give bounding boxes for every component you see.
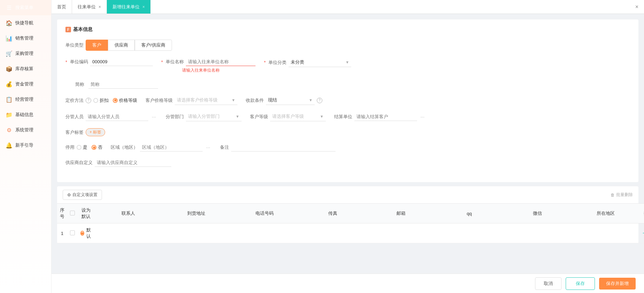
category-select[interactable]: 未分类 ▼	[289, 58, 351, 67]
supplier-custom-label: 供应商自定义	[65, 160, 93, 166]
custom-settings-button[interactable]: ⚙ 自定义项设置	[63, 190, 102, 200]
disable-no-radio[interactable]: 否	[92, 144, 102, 150]
qq-input[interactable]	[438, 229, 501, 237]
disable-field: 停用 是 否	[65, 144, 102, 150]
email-input[interactable]	[370, 229, 432, 237]
code-input[interactable]	[90, 58, 153, 66]
save-button[interactable]: 保存	[566, 277, 595, 290]
section-title: F 基本信息	[65, 26, 630, 33]
region-field: 区域（地区） ···	[111, 143, 212, 152]
tab-new-partner[interactable]: 新增往来单位 ×	[107, 0, 151, 14]
settlement-more-btn[interactable]: ···	[419, 114, 426, 120]
sidebar-search[interactable]: ☰ 搜索菜单	[0, 0, 51, 15]
contact-input[interactable]	[97, 229, 159, 237]
quick-nav-icon: 🏠	[6, 19, 13, 26]
row-contact[interactable]	[94, 223, 162, 243]
row-qq[interactable]	[435, 223, 503, 243]
col-checkbox[interactable]	[67, 204, 78, 223]
batch-delete-button[interactable]: 🗑 批量删除	[611, 192, 633, 198]
customer-price-select[interactable]: 请选择客户价格等级 ▼	[175, 96, 237, 105]
fax-input[interactable]	[301, 229, 364, 237]
row-email[interactable]	[367, 223, 435, 243]
sidebar-item-system[interactable]: ⚙ 系统管理	[0, 122, 51, 138]
tab-home-label: 首页	[57, 4, 66, 10]
tab-partners[interactable]: 往来单位 ×	[72, 0, 107, 14]
row-default-radio[interactable]: 默认	[80, 227, 91, 239]
manager-more-btn[interactable]: ···	[150, 114, 157, 120]
code-required: *	[65, 59, 67, 65]
sales-icon: 📊	[6, 35, 13, 42]
table-row: 1 默认	[57, 223, 644, 243]
price-level-radio-circle	[113, 98, 118, 103]
address-input[interactable]	[165, 229, 228, 237]
sidebar-item-guide[interactable]: 🔔 新手引导	[0, 138, 51, 153]
select-all-checkbox[interactable]	[70, 211, 75, 215]
contact-table: 序号 设为默认 联系人 到货地址 电话号码 传真 邮箱 qq 微信 所在地区 操…	[57, 203, 644, 243]
cancel-button[interactable]: 取消	[535, 277, 561, 290]
tab-partners-close[interactable]: ×	[99, 5, 101, 9]
payment-help-icon[interactable]: ?	[317, 98, 322, 103]
name-field: * 单位名称	[161, 58, 256, 66]
manager-label: 分管人员	[65, 114, 84, 120]
row-default-cell: 默认	[78, 223, 94, 243]
pricing-row: 定价方法 ? 折扣 价格等级 客户价格等级	[65, 96, 630, 105]
phone-input[interactable]	[233, 229, 296, 237]
sidebar-item-sales[interactable]: 📊 销售管理	[0, 31, 51, 46]
sidebar-search-label: 搜索菜单	[15, 5, 33, 11]
sidebar-item-label: 基础信息	[15, 112, 33, 118]
section-icon: F	[65, 27, 71, 32]
sidebar-item-basic[interactable]: 📁 基础信息	[0, 107, 51, 122]
unit-type-customer-btn[interactable]: 客户	[86, 40, 108, 51]
sidebar-item-inventory[interactable]: 📦 库存核算	[0, 61, 51, 76]
dept-select[interactable]: 请输入分管部门 ▼	[186, 112, 242, 121]
tab-new-partner-close[interactable]: ×	[142, 5, 145, 9]
region-input[interactable]	[140, 143, 203, 152]
guide-icon: 🔔	[6, 142, 13, 149]
pricing-help-icon[interactable]: ?	[86, 98, 91, 103]
payment-label: 收款条件	[246, 97, 264, 104]
save-new-button[interactable]: 保存并新增	[599, 278, 636, 290]
customer-price-placeholder: 请选择客户价格等级	[177, 97, 230, 103]
settlement-input[interactable]	[354, 113, 417, 121]
contact-table-section: ⚙ 自定义项设置 🗑 批量删除 序号 设为默认 联系人 到货地址 电话	[57, 186, 638, 243]
abbr-input[interactable]	[88, 80, 158, 89]
sidebar-item-label: 经营管理	[15, 96, 33, 103]
discount-label: 折扣	[100, 97, 109, 104]
default-radio-circle	[80, 231, 84, 236]
sidebar-item-quick-nav[interactable]: 🏠 快捷导航	[0, 15, 51, 31]
add-tag-button[interactable]: + 标签	[86, 128, 105, 136]
pricing-discount-radio[interactable]: 折扣	[93, 97, 109, 104]
row-checkbox-cell[interactable]	[67, 223, 78, 243]
supplier-custom-input[interactable]	[95, 158, 171, 167]
row-add-button[interactable]: +	[643, 230, 644, 236]
row-wechat[interactable]	[503, 223, 572, 243]
row-fax[interactable]	[299, 223, 367, 243]
name-input[interactable]	[186, 58, 256, 66]
row-checkbox[interactable]	[70, 230, 75, 235]
tab-home[interactable]: 首页	[52, 0, 72, 14]
remark-input[interactable]	[231, 143, 336, 152]
payment-select[interactable]: 现结 ▼	[266, 96, 315, 105]
wechat-input[interactable]	[506, 229, 569, 237]
row-region-input[interactable]	[574, 229, 637, 237]
region-more-btn[interactable]: ···	[205, 145, 212, 150]
row-region[interactable]	[572, 223, 640, 243]
category-chevron-icon: ▼	[345, 60, 349, 64]
tags-field: 客户标签 + 标签	[65, 128, 105, 136]
unit-type-both-btn[interactable]: 客户/供应商	[135, 40, 172, 51]
pricing-level-radio[interactable]: 价格等级	[113, 97, 137, 104]
abbr-field: 简称	[65, 80, 158, 89]
disable-yes-radio[interactable]: 是	[77, 144, 87, 150]
sidebar-item-operation[interactable]: 📋 经营管理	[0, 92, 51, 107]
unit-type-supplier-btn[interactable]: 供应商	[108, 40, 135, 51]
disable-label: 停用	[65, 144, 74, 150]
row-phone[interactable]	[230, 223, 299, 243]
sidebar-item-purchase[interactable]: 🛒 采购管理	[0, 46, 51, 61]
row-address[interactable]	[162, 223, 230, 243]
manager-input[interactable]	[86, 113, 148, 121]
payment-chevron: ▼	[309, 98, 313, 102]
sidebar-item-label: 资金管理	[15, 81, 33, 87]
window-close-button[interactable]: ×	[630, 4, 644, 10]
sidebar-item-finance[interactable]: 💰 资金管理	[0, 76, 51, 92]
customer-level-select[interactable]: 请选择客户等级 ▼	[270, 112, 326, 121]
